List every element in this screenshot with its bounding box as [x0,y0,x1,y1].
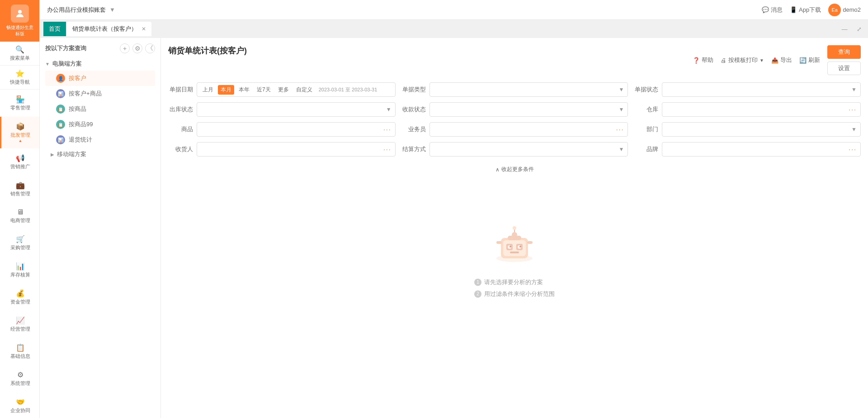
sidebar-item-sales[interactable]: 💼 销售管理 [0,176,39,203]
ecommerce-icon: 🖥 [17,208,24,216]
filter-section: 单据日期 上月 本月 本年 近7天 更多 自定义 2023-03-01 至 20… [168,82,861,177]
tab-home-label: 首页 [49,25,61,33]
plan-label-by-goods: 按商品 [69,105,86,113]
date-btn-custom[interactable]: 自定义 [293,85,315,95]
filter-brand: 品牌 ··· [633,142,861,157]
tab-close-icon[interactable]: ✕ [142,26,146,32]
right-panel: 销货单统计表(按客户) ❓ 帮助 🖨 按模板打印 ▼ 📤 导出 [161,38,868,418]
query-btn[interactable]: 查询 [827,45,861,59]
receiver-picker[interactable]: ··· [197,142,396,157]
sidebar-item-marketing[interactable]: 📢 营销推广 [0,148,39,176]
message-btn[interactable]: 💬 消息 [762,6,783,14]
refresh-btn[interactable]: 🔄 刷新 [799,56,820,64]
tab-minimize-btn[interactable]: — [839,24,850,34]
tab-home[interactable]: 首页 [43,22,66,36]
mobile-plan-group-header[interactable]: ▶ 移动端方案 [45,147,155,161]
out-status-dropdown[interactable]: ▼ [197,102,396,117]
plan-item-by-customer[interactable]: 👤 按客户 [45,71,155,86]
sidebar-item-operation[interactable]: 📈 经营管理 [0,311,39,338]
plan-item-return-stats[interactable]: 📊 退货统计 [45,132,155,147]
sidebar-item-retail[interactable]: 🏪 零售管理 [0,90,39,117]
sidebar: 畅捷通好生意 标版 🔍 搜索菜单 ⭐ 快捷导航 🏪 零售管理 📦 批发管理 ▲ … [0,0,40,418]
dept-dropdown[interactable]: ▼ [662,122,861,137]
header-dropdown-icon[interactable]: ▼ [109,6,115,13]
retail-label: 零售管理 [10,104,30,111]
logo-icon [11,5,29,23]
date-btn-more[interactable]: 更多 [275,85,292,95]
header: 办公用品行业模拟账套 ▼ 💬 消息 📱 App下载 Ea demo2 [40,0,868,20]
plan-icon-return: 📊 [56,135,65,144]
help-btn[interactable]: ❓ 帮助 [693,56,713,64]
message-icon: 💬 [762,6,769,13]
collapse-bar[interactable]: ∧ 收起更多条件 [168,162,861,177]
settlement-dropdown[interactable]: ▼ [429,142,628,157]
date-filter-control[interactable]: 上月 本月 本年 近7天 更多 自定义 2023-03-01 至 2023-03… [197,82,396,97]
finance-icon: 💰 [16,289,25,298]
type-dropdown[interactable]: ▼ [429,82,628,97]
shortcut-nav[interactable]: ⭐ 快捷导航 [0,66,39,90]
export-btn[interactable]: 📤 导出 [771,56,792,64]
marketing-label: 营销推广 [10,163,30,170]
type-dropdown-icon: ▼ [618,86,624,93]
plan-label-by-customer-goods: 按客户+商品 [69,90,102,98]
tab-maximize-btn[interactable]: ⤢ [854,24,864,34]
inventory-label: 库存核算 [10,271,30,278]
desktop-group-label: 电脑端方案 [52,60,82,68]
filter-out-status: 出库状态 ▼ [168,102,396,117]
sidebar-item-enterprise[interactable]: 🤝 企业协同 [0,392,39,418]
sidebar-item-system[interactable]: ⚙ 系统管理 [0,365,39,392]
date-btn-last-month[interactable]: 上月 [200,85,216,95]
add-plan-btn[interactable]: + [120,43,130,53]
user-menu[interactable]: Ea demo2 [828,4,861,16]
filter-receiver: 收货人 ··· [168,142,396,157]
sales-label: 销售管理 [10,190,30,197]
export-label: 导出 [780,56,792,64]
receipt-status-dropdown[interactable]: ▼ [429,102,628,117]
shortcut-icon: ⭐ [15,69,24,78]
plan-item-by-goods-99[interactable]: 📋 按商品99 [45,117,155,132]
collapse-panel-btn[interactable]: 《 [145,43,155,53]
svg-point-14 [513,226,516,230]
sidebar-item-purchase[interactable]: 🛒 采购管理 [0,229,39,256]
empty-tip-2: 2 用过滤条件来缩小分析范围 [474,288,555,300]
desktop-plan-group-header[interactable]: ▼ 电脑端方案 [45,57,155,71]
date-btn-this-year[interactable]: 本年 [236,85,252,95]
desktop-plan-group: ▼ 电脑端方案 👤 按客户 📊 按客户+商品 📋 按商品 📋 按商 [40,57,160,147]
filter-warehouse: 仓库 ··· [633,102,861,117]
brand-picker[interactable]: ··· [662,142,861,157]
plan-item-by-customer-goods[interactable]: 📊 按客户+商品 [45,86,155,101]
mobile-plan-group: ▶ 移动端方案 [40,147,160,161]
refresh-icon: 🔄 [799,57,807,64]
out-status-arrow-icon: ▼ [386,106,392,113]
filter-row-4: 收货人 ··· 结算方式 ▼ 品牌 [168,142,861,157]
status-dropdown[interactable]: ▼ [662,82,861,97]
username: demo2 [843,6,861,13]
header-left: 办公用品行业模拟账套 ▼ [47,6,115,14]
salesperson-picker[interactable]: ··· [429,122,628,137]
settings-btn[interactable]: 设置 [827,62,861,75]
sidebar-item-ecommerce[interactable]: 🖥 电商管理 [0,203,39,229]
sidebar-item-wholesale[interactable]: 📦 批发管理 ▲ [0,117,39,148]
logo-subtitle: 标版 [15,31,24,37]
print-btn[interactable]: 🖨 按模板打印 ▼ [721,56,764,64]
sidebar-item-finance[interactable]: 💰 资金管理 [0,284,39,311]
tip-num-2: 2 [474,290,481,298]
logo[interactable]: 畅捷通好生意 标版 [0,0,39,42]
search-menu[interactable]: 🔍 搜索菜单 [0,42,39,66]
goods-picker-icon: ··· [383,126,392,133]
sidebar-item-inventory[interactable]: 📊 库存核算 [0,256,39,284]
sidebar-item-basics[interactable]: 📋 基础信息 [0,338,39,365]
settings-plan-btn[interactable]: ⚙ [132,43,142,53]
shortcut-label: 快捷导航 [10,79,30,86]
app-download-btn[interactable]: 📱 App下载 [790,6,821,14]
settlement-dropdown-icon: ▼ [618,146,624,152]
plan-item-by-goods[interactable]: 📋 按商品 [45,101,155,117]
warehouse-picker[interactable]: ··· [662,102,861,117]
tab-sales-stats[interactable]: 销货单统计表（按客户） ✕ [67,22,151,36]
date-btn-7days[interactable]: 近7天 [254,85,274,95]
date-btn-this-month[interactable]: 本月 [218,85,234,95]
filter-settlement: 结算方式 ▼ [401,142,628,157]
system-icon: ⚙ [17,370,24,379]
goods-picker[interactable]: ··· [197,122,396,137]
plan-label-return-stats: 退货统计 [69,136,92,144]
